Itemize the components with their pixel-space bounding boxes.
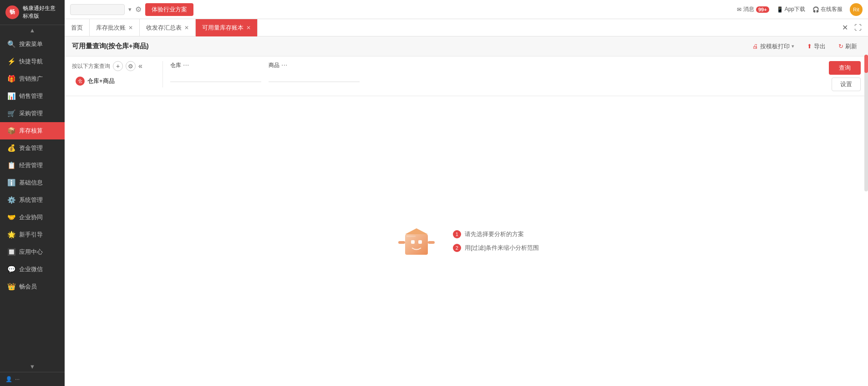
- tab-close-all-button[interactable]: ✕: [840, 22, 850, 33]
- online-service-button[interactable]: 🎧 在线客服: [812, 5, 843, 13]
- sidebar-item-label: 采购管理: [19, 109, 43, 118]
- filter-settings-button[interactable]: 设置: [832, 77, 861, 91]
- sidebar-item-system[interactable]: ⚙️ 系统管理: [0, 191, 65, 209]
- empty-tip-2: 2 用[过滤]条件来缩小分析范围: [453, 244, 539, 252]
- content-area: 1 请先选择要分析的方案 2 用[过滤]条件来缩小分析范围: [65, 96, 868, 386]
- gift-icon: 🎁: [7, 75, 15, 83]
- sidebar-item-purchase[interactable]: 🛒 采购管理: [0, 105, 65, 122]
- sidebar-footer[interactable]: 👤 ···: [0, 372, 65, 386]
- sidebar-item-label: 搜索菜单: [19, 40, 43, 48]
- tab-maximize-button[interactable]: ⛶: [853, 23, 863, 33]
- sidebar-item-label: 营销推广: [19, 75, 43, 83]
- empty-illustration: [394, 218, 439, 264]
- user-avatar[interactable]: Rit: [850, 3, 863, 16]
- chart-icon: 📊: [7, 92, 15, 100]
- info-icon: ℹ️: [7, 179, 15, 187]
- filter-scheme-item-warehouse[interactable]: 仓 仓库+商品: [72, 75, 158, 87]
- sidebar-header: 畅 畅康通好生意 标准版: [0, 0, 65, 25]
- query-button[interactable]: 查询: [829, 61, 861, 75]
- user-icon: 👤: [5, 376, 12, 382]
- sidebar-item-label: 应用中心: [19, 248, 43, 256]
- sidebar-item-finance[interactable]: 💰 资金管理: [0, 139, 65, 157]
- sidebar-item-label: 资金管理: [19, 144, 43, 152]
- message-button[interactable]: ✉ 消息 99+: [737, 5, 769, 13]
- breadcrumb-search[interactable]: [70, 4, 125, 15]
- sidebar-item-basic[interactable]: ℹ️ 基础信息: [0, 174, 65, 191]
- sidebar-item-shortcut[interactable]: ⚡ 快捷导航: [0, 53, 65, 70]
- sidebar-brand: 畅康通好生意 标准版: [23, 5, 56, 20]
- page-actions: 🖨 按模板打印 ▾ ⬆ 导出 ↻ 刷新: [749, 41, 861, 52]
- main-content: ▾ ⚙ 体验行业方案 ✉ 消息 99+ 📱 App下载 🎧 在线客服 Rit: [65, 0, 868, 386]
- filter-product-more[interactable]: ···: [281, 61, 287, 69]
- headset-icon: 🎧: [812, 6, 819, 13]
- sidebar-item-appcenter[interactable]: 🔲 应用中心: [0, 243, 65, 261]
- sidebar-item-label: 企业微信: [19, 265, 43, 273]
- money-icon: 💰: [7, 144, 15, 152]
- sidebar-item-guide[interactable]: 🌟 新手引导: [0, 226, 65, 243]
- filter-scheme-setting-button[interactable]: ⚙: [126, 61, 136, 71]
- refresh-button[interactable]: ↻ 刷新: [835, 41, 861, 52]
- filter-field-warehouse-label: 仓库: [170, 62, 181, 69]
- app-download-button[interactable]: 📱 App下载: [777, 5, 805, 13]
- message-label: 消息: [743, 5, 754, 13]
- crown-icon: 👑: [7, 283, 15, 291]
- tab-close-recv[interactable]: ✕: [184, 25, 189, 31]
- sidebar-scroll-down[interactable]: ▼: [0, 361, 65, 372]
- sidebar-item-marketing[interactable]: 🎁 营销推广: [0, 70, 65, 87]
- filter-product-input[interactable]: [269, 71, 360, 82]
- message-icon: ✉: [737, 6, 741, 13]
- export-button[interactable]: ⬆ 导出: [803, 41, 829, 52]
- export-label: 导出: [814, 42, 826, 51]
- industry-solution-button[interactable]: 体验行业方案: [145, 3, 193, 16]
- dropdown-arrow-icon[interactable]: ▾: [128, 6, 132, 13]
- sidebar-item-operations[interactable]: 📋 经营管理: [0, 157, 65, 174]
- print-label: 按模板打印: [760, 42, 790, 51]
- settings-gear-icon[interactable]: ⚙: [135, 5, 142, 14]
- tab-recv-ledger[interactable]: 收发存汇总表 ✕: [140, 19, 196, 36]
- tab-close-avail[interactable]: ✕: [246, 25, 251, 31]
- tab-batch-ledger-label: 库存批次账: [96, 24, 126, 32]
- search-icon: 🔍: [7, 40, 15, 48]
- filter-field-product-header: 商品 ···: [269, 61, 360, 69]
- svg-rect-6: [406, 236, 416, 237]
- filter-warehouse-input[interactable]: [170, 71, 261, 82]
- sidebar-item-search[interactable]: 🔍 搜索菜单: [0, 36, 65, 53]
- filter-scheme-add-button[interactable]: +: [113, 61, 123, 71]
- sidebar-item-sales[interactable]: 📊 销售管理: [0, 87, 65, 105]
- filter-warehouse-more[interactable]: ···: [183, 61, 189, 69]
- tab-bar-actions: ✕ ⛶: [836, 22, 868, 33]
- tab-home[interactable]: 首页: [65, 19, 90, 36]
- sidebar-item-enterprise[interactable]: 🤝 企业协同: [0, 209, 65, 226]
- sidebar-item-label: 企业协同: [19, 213, 43, 221]
- sidebar-item-wechat[interactable]: 💬 企业微信: [0, 261, 65, 278]
- lightning-icon: ⚡: [7, 57, 15, 66]
- svg-rect-5: [428, 241, 435, 244]
- sidebar-item-membership[interactable]: 👑 畅会员: [0, 278, 65, 295]
- sidebar-nav: 🔍 搜索菜单 ⚡ 快捷导航 🎁 营销推广 📊 销售管理 🛒 采购管理 📦 库存核…: [0, 36, 65, 361]
- tab-home-label: 首页: [71, 24, 83, 32]
- filter-section: 按以下方案查询 + ⚙ « 仓 仓库+商品 仓库 ··· 商品: [65, 57, 868, 96]
- svg-rect-0: [405, 234, 428, 255]
- tab-batch-ledger[interactable]: 库存批次账 ✕: [90, 19, 140, 36]
- tab-close-batch[interactable]: ✕: [128, 25, 133, 31]
- gear-icon: ⚙️: [7, 196, 15, 204]
- sidebar: 畅 畅康通好生意 标准版 ▲ 🔍 搜索菜单 ⚡ 快捷导航 🎁 营销推广 📊 销售…: [0, 0, 65, 386]
- tab-avail-ledger[interactable]: 可用量库存账本 ✕: [196, 19, 258, 36]
- tip-number-1: 1: [453, 230, 461, 238]
- filter-collapse-button[interactable]: «: [138, 62, 142, 70]
- sidebar-item-label: 销售管理: [19, 92, 43, 100]
- tip-text-1: 请先选择要分析的方案: [465, 230, 524, 238]
- filter-field-warehouse: 仓库 ···: [170, 61, 261, 82]
- print-dropdown-icon[interactable]: ▾: [792, 43, 794, 49]
- avatar-initials: Rit: [853, 7, 859, 12]
- tab-recv-ledger-label: 收发存汇总表: [146, 24, 182, 32]
- right-scrollbar[interactable]: [864, 55, 868, 191]
- sidebar-scroll-up[interactable]: ▲: [0, 25, 65, 36]
- top-header: ▾ ⚙ 体验行业方案 ✉ 消息 99+ 📱 App下载 🎧 在线客服 Rit: [65, 0, 868, 19]
- print-button[interactable]: 🖨 按模板打印 ▾: [749, 41, 798, 52]
- tab-bar: 首页 库存批次账 ✕ 收发存汇总表 ✕ 可用量库存账本 ✕ ✕ ⛶: [65, 19, 868, 36]
- sidebar-item-label: 基础信息: [19, 179, 43, 187]
- scrollbar-thumb[interactable]: [864, 55, 868, 73]
- sidebar-item-inventory[interactable]: 📦 库存核算: [0, 122, 65, 139]
- filter-right-actions: 查询 设置: [823, 61, 861, 91]
